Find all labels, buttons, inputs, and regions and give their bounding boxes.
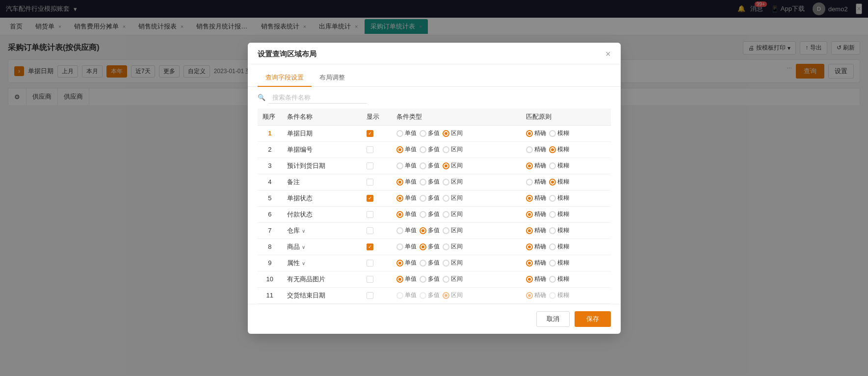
radio-circle[interactable]: [396, 130, 403, 137]
row-show-checkbox[interactable]: [362, 206, 392, 222]
table-row: 8商品 ∨单值多值区间精确模糊: [258, 239, 611, 255]
radio-circle[interactable]: [396, 211, 403, 218]
radio-circle[interactable]: [526, 162, 533, 169]
radio-circle[interactable]: [396, 292, 403, 299]
checkbox[interactable]: [367, 195, 373, 202]
radio-circle[interactable]: [443, 195, 449, 202]
dropdown-icon[interactable]: ∨: [302, 244, 305, 250]
modal-search-input[interactable]: [268, 92, 367, 104]
modal-close-button[interactable]: ×: [605, 50, 611, 58]
radio-circle[interactable]: [549, 130, 556, 137]
radio-circle[interactable]: [396, 162, 403, 169]
checkbox[interactable]: [367, 260, 373, 267]
radio-circle[interactable]: [443, 179, 449, 186]
row-show-checkbox[interactable]: [362, 222, 392, 239]
radio-circle[interactable]: [443, 146, 449, 153]
radio-circle[interactable]: [443, 162, 449, 169]
radio-circle[interactable]: [443, 130, 449, 137]
radio-circle[interactable]: [396, 243, 403, 250]
radio-circle[interactable]: [526, 211, 533, 218]
radio-circle[interactable]: [443, 292, 449, 299]
radio-circle[interactable]: [443, 243, 449, 250]
modal-footer: 取消 保存: [248, 304, 621, 334]
dropdown-icon[interactable]: ∨: [302, 261, 305, 266]
radio-circle[interactable]: [549, 179, 556, 186]
radio-circle[interactable]: [526, 276, 533, 283]
radio-circle[interactable]: [420, 260, 426, 267]
checkbox[interactable]: [367, 130, 373, 137]
radio-circle[interactable]: [420, 211, 426, 218]
radio-circle[interactable]: [443, 276, 449, 283]
radio-circle[interactable]: [443, 260, 449, 267]
radio-circle[interactable]: [420, 146, 426, 153]
row-type-radios: 单值多值区间: [392, 255, 521, 271]
radio-circle[interactable]: [549, 162, 556, 169]
radio-circle[interactable]: [396, 179, 403, 186]
row-show-checkbox[interactable]: [362, 174, 392, 190]
table-row: 10有无商品图片单值多值区间精确模糊: [258, 271, 611, 287]
row-show-checkbox[interactable]: [362, 271, 392, 287]
row-match-radios: 精确模糊: [521, 190, 611, 206]
row-show-checkbox[interactable]: [362, 287, 392, 303]
radio-circle[interactable]: [396, 227, 403, 234]
radio-circle[interactable]: [526, 195, 533, 202]
radio-circle[interactable]: [526, 146, 533, 153]
dropdown-icon[interactable]: ∨: [302, 228, 305, 234]
radio-circle[interactable]: [396, 146, 403, 153]
row-show-checkbox[interactable]: [362, 141, 392, 158]
radio-circle[interactable]: [420, 292, 426, 299]
modal-tab-layout[interactable]: 布局调整: [312, 69, 353, 87]
radio-circle[interactable]: [549, 276, 556, 283]
radio-circle[interactable]: [549, 292, 556, 299]
th-order: 顺序: [258, 108, 283, 126]
radio-circle[interactable]: [526, 292, 533, 299]
radio-circle[interactable]: [420, 162, 426, 169]
checkbox[interactable]: [367, 243, 373, 250]
radio-circle[interactable]: [443, 227, 449, 234]
radio-circle[interactable]: [420, 243, 426, 250]
save-button[interactable]: 保存: [575, 311, 611, 327]
radio-circle[interactable]: [526, 227, 533, 234]
radio-circle[interactable]: [526, 130, 533, 137]
row-condition-name: 有无商品图片: [282, 271, 362, 287]
checkbox[interactable]: [367, 211, 373, 218]
row-show-checkbox[interactable]: [362, 255, 392, 271]
row-condition-name: 单据日期: [282, 125, 362, 141]
cancel-button[interactable]: 取消: [536, 311, 570, 327]
row-show-checkbox[interactable]: [362, 125, 392, 141]
radio-circle[interactable]: [549, 227, 556, 234]
modal: 设置查询区域布局 × 查询字段设置 布局调整 🔍 顺序 条件名: [248, 43, 621, 334]
modal-tab-fields[interactable]: 查询字段设置: [258, 69, 312, 87]
radio-circle[interactable]: [420, 227, 426, 234]
radio-circle[interactable]: [549, 195, 556, 202]
radio-circle[interactable]: [526, 179, 533, 186]
radio-circle[interactable]: [396, 260, 403, 267]
radio-circle[interactable]: [549, 211, 556, 218]
radio-circle[interactable]: [549, 146, 556, 153]
radio-circle[interactable]: [549, 243, 556, 250]
radio-circle[interactable]: [526, 243, 533, 250]
row-type-radios: 单值多值区间: [392, 125, 521, 141]
radio-circle[interactable]: [420, 179, 426, 186]
checkbox[interactable]: [367, 162, 373, 169]
row-match-radios: 精确模糊: [521, 222, 611, 239]
row-show-checkbox[interactable]: [362, 158, 392, 174]
radio-circle[interactable]: [443, 211, 449, 218]
radio-circle[interactable]: [396, 195, 403, 202]
radio-circle[interactable]: [420, 195, 426, 202]
radio-circle[interactable]: [420, 276, 426, 283]
radio-circle[interactable]: [396, 276, 403, 283]
row-type-radios: 单值多值区间: [392, 222, 521, 239]
checkbox[interactable]: [367, 227, 373, 234]
radio-circle[interactable]: [420, 130, 426, 137]
checkbox[interactable]: [367, 276, 373, 283]
row-match-radios: 精确模糊: [521, 125, 611, 141]
checkbox[interactable]: [367, 179, 373, 186]
checkbox[interactable]: [367, 146, 373, 153]
radio-circle[interactable]: [526, 260, 533, 267]
row-show-checkbox[interactable]: [362, 239, 392, 255]
row-show-checkbox[interactable]: [362, 190, 392, 206]
checkbox[interactable]: [367, 292, 373, 299]
row-match-radios: 精确模糊: [521, 287, 611, 303]
radio-circle[interactable]: [549, 260, 556, 267]
